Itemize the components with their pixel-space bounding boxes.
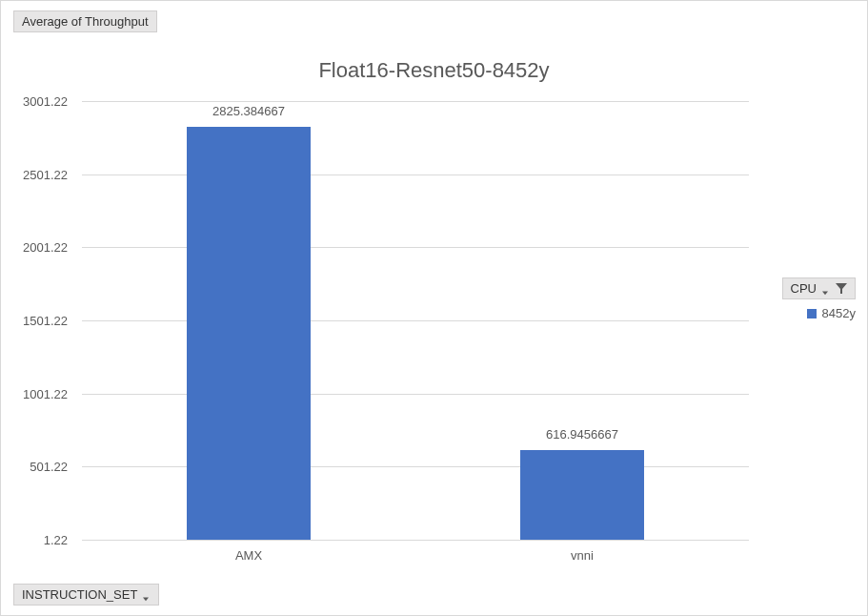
plot-area: 2825.384667616.9456667	[82, 101, 749, 540]
svg-marker-0	[822, 291, 828, 295]
x-tick-label: AMX	[235, 548, 262, 563]
bar: 2825.384667	[187, 127, 311, 540]
y-tick-label: 1001.22	[23, 386, 68, 400]
chart-container: Average of Throughput Float16-Resnet50-8…	[0, 0, 868, 616]
grid-line	[82, 175, 749, 175]
x-axis: AMXvnni	[82, 544, 749, 567]
y-tick-label: 1.22	[44, 533, 68, 547]
grid-line	[82, 247, 749, 248]
measure-badge-label: Average of Throughput	[22, 15, 149, 28]
dropdown-arrow-icon	[822, 285, 830, 293]
y-axis: 1.22501.221001.221501.222001.222501.2230…	[1, 101, 77, 540]
legend: 8452y	[807, 306, 856, 320]
y-tick-label: 2501.22	[23, 167, 68, 181]
svg-marker-1	[836, 283, 847, 294]
y-tick-label: 3001.22	[23, 94, 68, 109]
bar: 616.9456667	[520, 450, 644, 540]
grid-line	[82, 466, 749, 467]
measure-badge[interactable]: Average of Throughput	[13, 10, 157, 32]
gridlines	[82, 101, 749, 540]
y-tick-label: 2001.22	[23, 240, 68, 255]
axis-field-badge[interactable]: INSTRUCTION_SET	[13, 584, 159, 606]
chart-title: Float16-Resnet50-8452y	[1, 58, 867, 83]
legend-swatch	[807, 309, 817, 318]
cpu-filter-label: CPU	[791, 282, 817, 295]
grid-line	[82, 101, 749, 102]
axis-field-label: INSTRUCTION_SET	[22, 588, 137, 601]
svg-marker-2	[143, 597, 149, 601]
grid-line	[82, 320, 749, 321]
funnel-filter-icon	[836, 283, 847, 295]
cpu-filter-badge[interactable]: CPU	[782, 277, 856, 299]
bar-value-label: 2825.384667	[212, 104, 285, 118]
legend-series-name: 8452y	[822, 306, 856, 320]
x-tick-label: vnni	[571, 548, 594, 563]
grid-line	[82, 394, 749, 395]
dropdown-arrow-icon	[143, 591, 151, 599]
grid-line	[82, 540, 749, 541]
y-tick-label: 1501.22	[23, 314, 68, 328]
y-tick-label: 501.22	[30, 460, 68, 474]
bar-value-label: 616.9456667	[546, 427, 618, 441]
